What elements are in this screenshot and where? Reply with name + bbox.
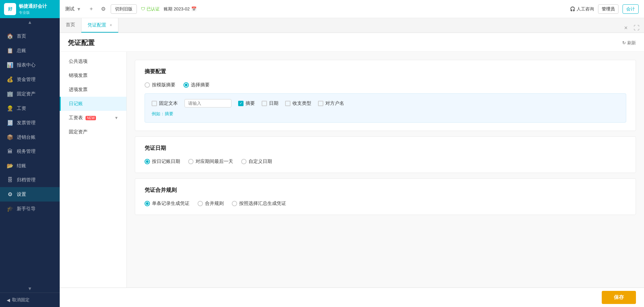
sidebar-item-close[interactable]: 📂 结账 <box>0 159 60 173</box>
main-content: 凭证配置 ↻ 刷新 公共选项 销项发票 进项发票 日记账 工资表 NEW <box>60 33 644 307</box>
radio-journal-date-circle <box>145 159 150 164</box>
tabbar-actions: × ⛶ <box>619 23 644 33</box>
sidebar-item-label: 报表中心 <box>17 62 36 68</box>
menu-item-payroll[interactable]: 工资表 NEW ▼ <box>60 111 126 125</box>
pin-icon: ◀ <box>7 298 10 303</box>
period-label: 账期 <box>164 6 172 12</box>
sidebar-item-label: 结账 <box>17 163 26 169</box>
sidebar-item-label: 首页 <box>17 33 26 39</box>
radio-merge-rules[interactable]: 合并规则 <box>198 201 224 207</box>
topbar-right: 🎧 人工咨询 管理员 会计 <box>570 4 639 14</box>
ledger-icon: 📋 <box>7 47 13 54</box>
sidebar-item-reports[interactable]: 📊 报表中心 <box>0 58 60 72</box>
sidebar-item-label: 资金管理 <box>17 77 36 83</box>
sidebar-item-assets[interactable]: 🏢 固定资产 <box>0 87 60 101</box>
menu-item-public[interactable]: 公共选项 <box>60 54 126 69</box>
sidebar-item-funds[interactable]: 💰 资金管理 <box>0 72 60 87</box>
tab-home-label: 首页 <box>66 22 75 28</box>
checkbox-date[interactable]: 日期 <box>262 100 278 106</box>
consult-label: 人工咨询 <box>577 6 594 12</box>
add-button[interactable]: ＋ <box>87 4 96 14</box>
admin-btn[interactable]: 管理员 <box>598 4 619 14</box>
save-button[interactable]: 保存 <box>602 291 636 304</box>
sidebar-item-label: 新手引导 <box>17 206 36 212</box>
sidebar-item-tax[interactable]: 🏛 税务管理 <box>0 144 60 159</box>
radio-select-circle <box>183 82 189 88</box>
settings-button[interactable]: ⚙ <box>99 4 108 14</box>
accountant-btn[interactable]: 会计 <box>623 4 639 14</box>
radio-custom-circle <box>241 159 247 164</box>
date-section-title: 凭证日期 <box>145 145 626 152</box>
radio-select-summary[interactable]: 选择摘要 <box>183 82 210 88</box>
new-badge: NEW <box>86 116 96 120</box>
project-label: 测试 <box>65 6 74 12</box>
sidebar-item-trade[interactable]: 📦 进销台账 <box>0 130 60 144</box>
topbar-action-buttons: ＋ ⚙ 切到旧版 <box>87 4 137 14</box>
menu-item-purchase-invoice[interactable]: 进项发票 <box>60 83 126 97</box>
sidebar-scroll-down[interactable]: ▼ <box>0 284 60 293</box>
project-dropdown-icon[interactable]: ▼ <box>76 6 81 12</box>
checkbox-abstract[interactable]: ✓ 摘要 <box>238 100 255 106</box>
sidebar-item-label: 税务管理 <box>17 148 36 155</box>
logo-icon: 好 <box>4 3 16 15</box>
counterparty-label: 对方户名 <box>325 100 344 106</box>
cancel-fixed-btn[interactable]: ◀ 取消固定 <box>0 293 60 307</box>
tab-voucher-config-label: 凭证配置 <box>88 22 106 28</box>
merge-radio-group: 单条记录生成凭证 合并规则 按照选择汇总生成凭证 <box>145 201 626 207</box>
radio-single-record[interactable]: 单条记录生成凭证 <box>145 201 190 207</box>
radio-single-label: 单条记录生成凭证 <box>152 201 190 207</box>
checkbox-fixed-text[interactable]: 固定文本 <box>152 100 178 106</box>
calendar-icon[interactable]: 📅 <box>191 6 197 11</box>
sidebar-item-invoice[interactable]: 🧾 发票管理 <box>0 116 60 130</box>
menu-item-journal[interactable]: 日记账 <box>60 97 126 111</box>
radio-aggregate[interactable]: 按照选择汇总生成凭证 <box>232 201 286 207</box>
sidebar-item-label: 工资 <box>17 105 26 112</box>
trade-icon: 📦 <box>7 134 13 140</box>
refresh-icon: ↻ <box>622 40 626 45</box>
funds-icon: 💰 <box>7 76 13 83</box>
expand-btn[interactable]: ⛶ <box>632 23 641 33</box>
radio-merge-circle <box>198 201 203 206</box>
abstract-checkbox: ✓ <box>238 101 244 106</box>
sidebar-item-home[interactable]: 🏠 首页 <box>0 29 60 43</box>
radio-journal-date[interactable]: 按日记账日期 <box>145 159 180 165</box>
sidebar-item-salary[interactable]: 👷 工资 <box>0 101 60 116</box>
sidebar-item-guide[interactable]: 🎓 新手引导 <box>0 202 60 216</box>
checkbox-counterparty[interactable]: 对方户名 <box>318 100 344 106</box>
logo-text-block: 畅捷通好会计 专业版 <box>19 3 47 15</box>
checkbox-income-type[interactable]: 收支类型 <box>285 100 311 106</box>
page-title: 凭证配置 <box>68 38 95 47</box>
radio-aggregate-label: 按照选择汇总生成凭证 <box>239 201 286 207</box>
sidebar-item-settings[interactable]: ⚙ 设置 <box>0 187 60 202</box>
fixed-text-input[interactable] <box>184 99 231 107</box>
summary-config-section: 摘要配置 按模版摘要 选择摘要 固定文本 <box>135 60 636 131</box>
sidebar-item-archive[interactable]: 🗄 归档管理 <box>0 173 60 187</box>
archive-icon: 🗄 <box>7 177 13 183</box>
close-tab-btn[interactable]: × <box>621 23 631 33</box>
radio-template-label: 按模版摘要 <box>152 82 175 88</box>
menu-item-sales-invoice[interactable]: 销项发票 <box>60 69 126 83</box>
salary-icon: 👷 <box>7 105 13 112</box>
refresh-btn[interactable]: ↻ 刷新 <box>622 40 636 46</box>
headphone-icon: 🎧 <box>570 6 575 11</box>
period-value: 2023-02 <box>174 6 190 11</box>
tab-voucher-config[interactable]: 凭证配置 × <box>81 18 118 33</box>
radio-period-last-day[interactable]: 对应期间最后一天 <box>188 159 233 165</box>
radio-aggregate-circle <box>232 201 237 206</box>
sidebar-item-ledger[interactable]: 📋 总账 <box>0 43 60 58</box>
radio-custom-date[interactable]: 自定义日期 <box>241 159 272 165</box>
sidebar: 好 畅捷通好会计 专业版 ▲ 🏠 首页 📋 总账 📊 报表中心 💰 资金管理 🏢… <box>0 0 60 307</box>
menu-item-fixed-assets[interactable]: 固定资产 <box>60 125 126 139</box>
sidebar-item-label: 发票管理 <box>17 120 36 126</box>
close-period-icon: 📂 <box>7 163 13 169</box>
payroll-expand-icon: ▼ <box>114 116 118 120</box>
counterparty-checkbox <box>318 101 323 106</box>
tab-home[interactable]: 首页 <box>60 18 81 33</box>
radio-merge-label: 合并规则 <box>205 201 224 207</box>
sidebar-scroll-up[interactable]: ▲ <box>0 18 60 26</box>
radio-template-summary[interactable]: 按模版摘要 <box>145 82 175 88</box>
consult-btn[interactable]: 🎧 人工咨询 <box>570 6 594 12</box>
switch-old-version-btn[interactable]: 切到旧版 <box>111 4 137 14</box>
inner-layout: 公共选项 销项发票 进项发票 日记账 工资表 NEW ▼ 固定资产 <box>60 52 644 306</box>
tab-close-icon[interactable]: × <box>110 23 112 28</box>
